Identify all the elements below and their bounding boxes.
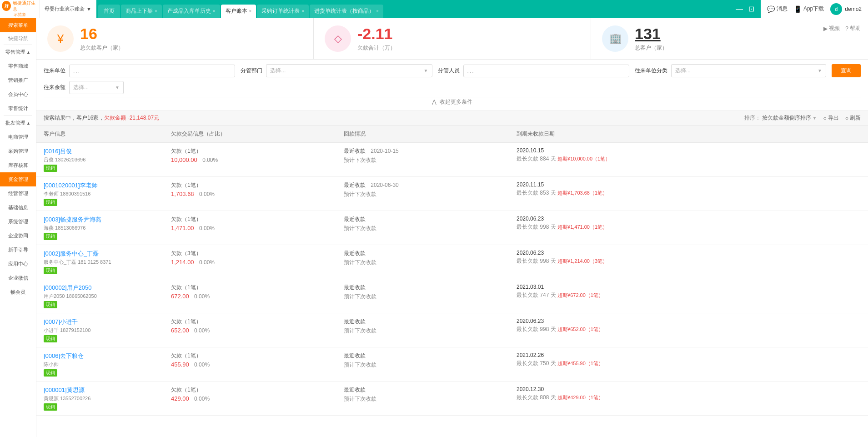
stat-icon-1: ¥ bbox=[47, 25, 74, 52]
customer-name-6[interactable]: [0006]去下粮仓 bbox=[44, 352, 156, 360]
sidebar-item-ecommerce[interactable]: 电商管理 bbox=[0, 130, 36, 144]
col-header-customer: 客户信息 bbox=[36, 126, 164, 143]
overdue-days-3: 最长欠款 998 天 bbox=[517, 258, 557, 264]
tab-product-history[interactable]: 产成品入库单历史 × bbox=[163, 5, 220, 18]
customer-cell-6: [0006]去下粮仓 陈小帅 现销 bbox=[36, 347, 164, 382]
app-download-btn[interactable]: 📱 App下载 bbox=[794, 5, 824, 13]
query-btn[interactable]: 查询 bbox=[832, 64, 861, 77]
sidebar-item-retail-store[interactable]: 零售商城 bbox=[0, 59, 36, 73]
chevron-down-icon-3: ▼ bbox=[115, 85, 120, 90]
close-icon-5[interactable]: × bbox=[376, 9, 379, 14]
chevron-down-icon-2: ▼ bbox=[818, 68, 822, 73]
close-icon-1[interactable]: × bbox=[155, 9, 157, 14]
overdue-link-5[interactable]: 超期¥652.00（1笔） bbox=[557, 326, 603, 332]
customer-name-4[interactable]: [000002]用户2050 bbox=[44, 284, 156, 292]
debt-label-6: 欠款（1笔） bbox=[171, 352, 329, 360]
sidebar-item-weixin[interactable]: 企业微信 bbox=[0, 271, 36, 285]
sidebar-item-retail-stats[interactable]: 零售统计 bbox=[0, 101, 36, 116]
overdue-link-3[interactable]: 超期¥1,214.00（3笔） bbox=[557, 258, 607, 264]
stat-card-1: ¥ 16 总欠款客户（家） bbox=[36, 18, 314, 59]
manager-input[interactable]: ... bbox=[463, 65, 629, 77]
balance-select[interactable]: 选择... ▼ bbox=[69, 81, 124, 94]
customer-name-3[interactable]: [0002]服务中心_丁磊 bbox=[44, 250, 156, 258]
help-btn[interactable]: ? 帮助 bbox=[845, 25, 861, 32]
sidebar-item-enterprise[interactable]: 企业协同 bbox=[0, 229, 36, 243]
sort-chevron-icon: ▼ bbox=[813, 116, 817, 121]
next-collect-0: 预计下次收款 bbox=[344, 156, 502, 164]
filter-row-1: 往来单位 ... 分管部门 选择... ▼ 分管人员 bbox=[44, 64, 861, 77]
due-date-1: 2020.11.15 bbox=[517, 181, 861, 188]
debt-label-7: 欠款（1笔） bbox=[171, 386, 329, 394]
tab-purchase-stats[interactable]: 进货单统计表（按商品） × bbox=[310, 5, 383, 18]
user-menu[interactable]: d demo2 bbox=[830, 3, 862, 15]
sidebar-item-batch-mgmt[interactable]: 批发管理 ▲ bbox=[0, 116, 36, 130]
sort-control[interactable]: 排序： 按欠款金额倒序排序 ▼ bbox=[744, 114, 817, 122]
sidebar-item-system[interactable]: 系统管理 bbox=[0, 215, 36, 229]
col-header-due: 到期未收款日期 bbox=[509, 126, 868, 143]
sidebar-item-purchase[interactable]: 采购管理 bbox=[0, 144, 36, 158]
unit-class-select[interactable]: 选择... ▼ bbox=[671, 64, 826, 77]
debt-ratio-0: 0.00% bbox=[202, 157, 218, 163]
customer-name-7[interactable]: [000001]黄思源 bbox=[44, 386, 156, 394]
tab-home[interactable]: 首页 bbox=[98, 5, 120, 18]
return-info-3: 最近收款 bbox=[344, 250, 502, 257]
tab-purchase-order[interactable]: 采购订单统计表 × bbox=[257, 5, 309, 18]
sidebar-item-base-info[interactable]: 基础信息 bbox=[0, 201, 36, 215]
sidebar-item-guide[interactable]: 新手引导 bbox=[0, 243, 36, 257]
industry-selector[interactable]: 母婴行业演示账套 ▼ bbox=[40, 0, 96, 18]
due-date-3: 2020.06.23 bbox=[517, 250, 861, 256]
tab-customer-account[interactable]: 客户账本 × bbox=[221, 5, 256, 18]
search-menu-btn[interactable]: 搜索菜单 bbox=[0, 18, 36, 32]
sidebar-item-finance[interactable]: 资金管理 bbox=[0, 172, 36, 186]
logo-icon: 好 bbox=[2, 1, 11, 11]
refresh-btn[interactable]: ○ 刷新 bbox=[845, 114, 861, 122]
quick-nav-btn[interactable]: 快捷导航 bbox=[0, 32, 36, 45]
debt-cell-3: 欠款（3笔） 1,214.00 0.00% bbox=[164, 245, 336, 279]
overdue-link-2[interactable]: 超期¥1,471.00（1笔） bbox=[557, 224, 607, 230]
customer-name-0[interactable]: [0016]吕俊 bbox=[44, 147, 156, 156]
close-icon-2[interactable]: × bbox=[213, 9, 216, 14]
customer-name-2[interactable]: [0003]畅捷服务尹海燕 bbox=[44, 216, 156, 224]
debt-ratio-2: 0.00% bbox=[199, 225, 215, 231]
sidebar-item-vip[interactable]: 畅会员 bbox=[0, 285, 36, 299]
table-row: [000002]用户2050 用户2050 18665062050 现销 欠款（… bbox=[36, 279, 868, 313]
sidebar-item-operations[interactable]: 经营管理 bbox=[0, 186, 36, 201]
dept-select[interactable]: 选择... ▼ bbox=[266, 64, 432, 77]
export-btn[interactable]: ○ 导出 bbox=[823, 114, 839, 122]
debt-cell-2: 欠款（1笔） 1,471.00 0.00% bbox=[164, 211, 336, 245]
tab-product-shelf[interactable]: 商品上下架 × bbox=[121, 5, 162, 18]
customer-name-1[interactable]: [0001020001]李老师 bbox=[44, 181, 156, 190]
logo-subtext: 示范套 bbox=[14, 12, 26, 18]
return-date-0: 2020-10-15 bbox=[371, 148, 398, 154]
debt-ratio-4: 0.00% bbox=[194, 293, 210, 300]
overdue-link-1[interactable]: 超期¥1,703.68（1笔） bbox=[557, 190, 607, 196]
overdue-link-6[interactable]: 超期¥455.90（1笔） bbox=[557, 361, 603, 366]
overdue-link-7[interactable]: 超期¥429.00（1笔） bbox=[557, 395, 603, 400]
sidebar-item-retail-mgmt[interactable]: 零售管理 ▲ bbox=[0, 45, 36, 59]
sidebar-item-member[interactable]: 会员中心 bbox=[0, 87, 36, 101]
sidebar-item-inventory[interactable]: 库存核算 bbox=[0, 158, 36, 172]
customer-contact-4: 用户2050 18665062050 bbox=[44, 293, 156, 300]
customer-tag-7: 现销 bbox=[44, 403, 57, 411]
maximize-icon[interactable]: ⊡ bbox=[748, 5, 754, 13]
source-unit-input[interactable]: ... bbox=[69, 65, 235, 77]
stat-icon-3: 🏢 bbox=[602, 25, 628, 52]
unit-class-label: 往来单位分类 bbox=[635, 67, 667, 75]
sidebar-item-marketing[interactable]: 营销推广 bbox=[0, 73, 36, 87]
stat-label-2: 欠款合计（万） bbox=[357, 44, 396, 52]
customer-name-5[interactable]: [0007]小进千 bbox=[44, 318, 156, 326]
close-icon-3[interactable]: × bbox=[249, 9, 252, 14]
video-btn[interactable]: ▶ 视频 bbox=[823, 25, 840, 32]
minimize-icon[interactable]: — bbox=[736, 5, 743, 13]
debt-label-1: 欠款（1笔） bbox=[171, 181, 329, 189]
debt-label-3: 欠款（3笔） bbox=[171, 250, 329, 257]
sidebar-item-app-center[interactable]: 应用中心 bbox=[0, 257, 36, 271]
filter-collapse-btn[interactable]: ⋀ 收起更多条件 bbox=[44, 97, 861, 108]
message-btn[interactable]: 💬 消息 bbox=[767, 5, 788, 13]
overdue-link-4[interactable]: 超期¥672.00（1笔） bbox=[557, 292, 603, 298]
due-cell-2: 2020.06.23 最长欠款 998 天 超期¥1,471.00（1笔） bbox=[509, 211, 868, 245]
overdue-link-0[interactable]: 超期¥10,000.00（1笔） bbox=[557, 156, 610, 161]
filter-row-2: 往来余额 选择... ▼ bbox=[44, 81, 861, 94]
close-icon-4[interactable]: × bbox=[301, 9, 304, 14]
main-layout: 搜索菜单 快捷导航 零售管理 ▲ 零售商城 营销推广 会员中心 零售统计 批发管… bbox=[0, 18, 868, 437]
